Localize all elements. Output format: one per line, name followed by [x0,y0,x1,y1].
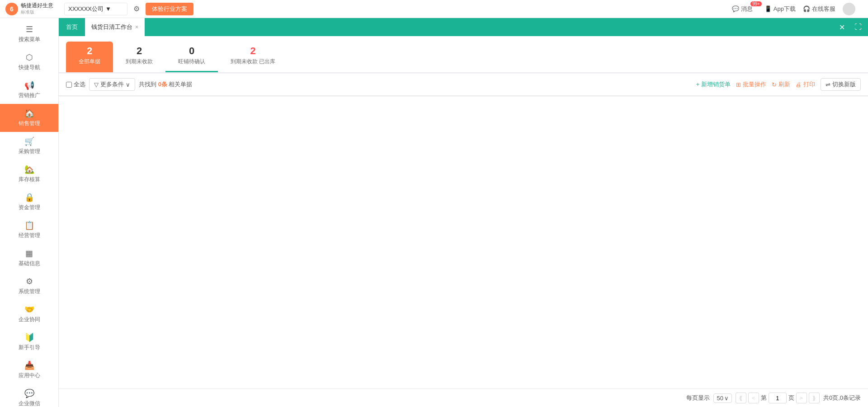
tab-active-label: 钱货日清工作台 [91,23,132,31]
tab-bar-actions: ✕ ⛶ [835,21,868,33]
purchase-icon: 🛒 [24,136,34,146]
sidebar-label-purchase: 采购管理 [19,148,40,155]
tab-close-icon[interactable]: × [135,24,138,30]
company-name: XXXXXX公司 [68,5,104,13]
settings-button[interactable]: ⚙ [130,3,143,15]
stat-number-overdue-shipped: 2 [250,45,256,57]
sidebar-item-inventory[interactable]: 🏡 库存核算 [0,160,58,188]
found-prefix: 共找到 [139,81,156,88]
logo-text-block: 畅捷通好生意 标准版 [21,2,53,16]
stat-label-overdue: 到期未收款 [126,58,153,65]
batch-op-button[interactable]: ⊞ 批量操作 [736,80,766,89]
sidebar-label-app-center: 应用中心 [19,372,40,379]
message-button[interactable]: 💬 消息 99+ [732,5,757,13]
page-prev-button[interactable]: ＜ [748,393,759,403]
stat-tab-all[interactable]: 2 全部单据 [66,42,113,72]
stat-label-wangpu: 旺铺待确认 [178,58,205,65]
sidebar-label-sales: 销售管理 [19,120,40,127]
switch-icon: ⇌ [826,81,830,88]
stat-tab-overdue-shipped[interactable]: 2 到期未收款 已出库 [218,42,288,72]
marketing-icon: 📢 [24,80,34,90]
batch-op-icon: ⊞ [736,81,741,88]
sidebar-item-cooperation[interactable]: 🤝 企业协同 [0,300,58,328]
refresh-button[interactable]: ↻ 刷新 [772,80,790,89]
basic-info-icon: ▦ [25,248,33,258]
table-area [59,97,868,388]
select-all-input[interactable] [66,82,72,88]
stats-row: 2 全部单据 2 到期未收款 0 旺铺待确认 2 到期未收款 已出库 [59,36,868,73]
sidebar-label-system: 系统管理 [19,288,40,295]
sidebar-item-app-center[interactable]: 📥 应用中心 [0,356,58,384]
sidebar-label-basic-info: 基础信息 [19,260,40,267]
page-size-value: 50 [717,395,723,402]
message-label: 消息 [741,5,753,13]
sidebar-item-basic-info[interactable]: ▦ 基础信息 [0,244,58,272]
tab-bar: 首页 钱货日清工作台 × ✕ ⛶ [59,18,868,36]
right-panel: 首页 钱货日清工作台 × ✕ ⛶ 2 全部单据 [59,18,868,407]
sidebar-item-search-menu[interactable]: ☰ 搜索菜单 [0,20,58,48]
page-input[interactable] [769,393,787,403]
search-menu-icon: ☰ [26,24,33,34]
chevron-down-icon: ▼ [105,5,111,12]
found-text: 共找到 0条 相关单据 [139,80,192,89]
company-selector[interactable]: XXXXXX公司 ▼ [64,3,127,15]
sidebar-label-finance: 资金管理 [19,204,40,211]
logo-icon: 6 [5,3,18,15]
found-count: 0条 [158,81,167,88]
sidebar-item-purchase[interactable]: 🛒 采购管理 [0,132,58,160]
found-suffix: 相关单据 [169,81,192,88]
stat-tab-wangpu[interactable]: 0 旺铺待确认 [165,42,218,72]
sidebar-label-enterprise-wechat: 企业微信 [19,400,40,407]
sidebar: ☰ 搜索菜单 ⬡ 快捷导航 📢 营销推广 🏠 销售管理 🛒 采购管理 🏡 库存核… [0,18,59,407]
app-download-label: App下载 [774,5,796,13]
sidebar-label-search-menu: 搜索菜单 [19,36,40,43]
print-label: 打印 [803,80,815,89]
switch-version-button[interactable]: ⇌ 切换新版 [821,78,861,91]
header-right: 💬 消息 99+ 📱 App下载 🎧 在线客服 [732,3,863,15]
refresh-icon: ↻ [772,81,777,88]
quick-nav-icon: ⬡ [26,52,33,62]
gear-icon: ⚙ [133,5,140,13]
app-center-icon: 📥 [24,360,34,370]
stat-tab-overdue-collection[interactable]: 2 到期未收款 [113,42,165,72]
print-button[interactable]: 🖨 打印 [796,80,815,89]
page-first-button[interactable]: ⟪ [736,393,746,403]
avatar[interactable] [843,3,855,15]
tab-close-window-button[interactable]: ✕ [835,21,848,33]
select-all-checkbox[interactable]: 全选 [66,80,85,89]
stat-label-overdue-shipped: 到期未收款 已出库 [231,58,275,65]
sidebar-item-marketing[interactable]: 📢 营销推广 [0,76,58,104]
tab-home[interactable]: 首页 [59,18,85,36]
close-window-icon: ✕ [839,23,845,32]
sales-icon: 🏠 [24,108,34,118]
enterprise-wechat-icon: 💬 [24,388,34,398]
sidebar-item-sales[interactable]: 🏠 销售管理 [0,104,58,132]
new-sales-button[interactable]: + 新增销货单 [696,80,731,89]
page-last-button[interactable]: ⟫ [809,393,820,403]
sidebar-item-guide[interactable]: 🔰 新手引导 [0,328,58,356]
app-icon: 📱 [764,5,772,12]
app-name: 畅捷通好生意 [21,2,53,9]
online-service-label: 在线客服 [812,5,835,13]
sidebar-item-enterprise-wechat[interactable]: 💬 企业微信 [0,384,58,407]
select-all-label: 全选 [74,80,85,89]
print-icon: 🖨 [796,81,802,88]
toolbar: 全选 ▽ 更多条件 ∨ 共找到 0条 相关单据 + 新增销货单 ⊞ 批量操 [59,74,868,96]
page-size-select[interactable]: 50 ∨ [713,393,731,403]
page-nav: ⟪ ＜ 第 页 ＞ ⟫ [736,393,820,403]
online-service-button[interactable]: 🎧 在线客服 [803,5,835,13]
more-filter-button[interactable]: ▽ 更多条件 ∨ [89,78,135,91]
sidebar-item-system[interactable]: ⚙ 系统管理 [0,272,58,300]
page-label-suffix: 页 [788,394,794,402]
sidebar-item-quick-nav[interactable]: ⬡ 快捷导航 [0,48,58,76]
sidebar-item-operation[interactable]: 📋 经营管理 [0,216,58,244]
sidebar-label-quick-nav: 快捷导航 [19,64,40,71]
tab-expand-button[interactable]: ⛶ [852,21,864,33]
page-next-button[interactable]: ＞ [796,393,807,403]
tab-active[interactable]: 钱货日清工作台 × [85,18,145,36]
sidebar-item-finance[interactable]: 🔒 资金管理 [0,188,58,216]
inventory-icon: 🏡 [24,164,34,174]
trial-button[interactable]: 体验行业方案 [146,3,193,15]
app-download-button[interactable]: 📱 App下载 [764,5,796,13]
filter-icon: ▽ [94,81,99,88]
